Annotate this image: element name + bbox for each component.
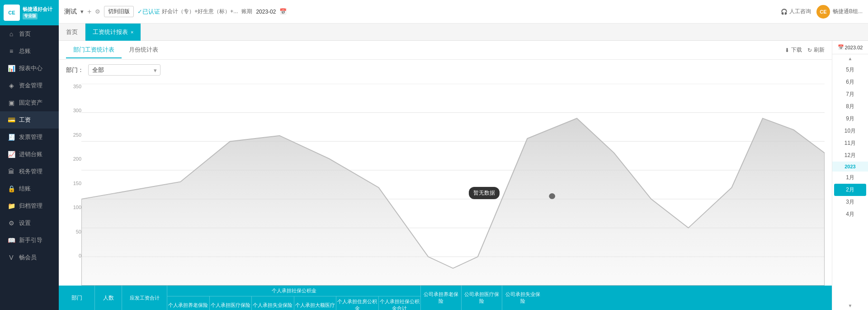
settings-icon: ⚙	[7, 219, 15, 227]
sidebar-label-reports: 报表中心	[19, 64, 42, 72]
chart-area-path	[81, 118, 825, 286]
date-nav-down-button[interactable]: ▼	[832, 301, 868, 310]
col-personal-medical: 个人承担医疗保险	[210, 296, 252, 310]
sidebar-item-vip[interactable]: V 畅会员	[0, 249, 59, 266]
date-month-1[interactable]: 1月	[832, 172, 868, 184]
col-company-medical: 公司承担医疗保险	[462, 286, 502, 310]
sidebar-item-sales[interactable]: 📈 进销台账	[0, 146, 59, 163]
add-btn[interactable]: +	[87, 8, 91, 16]
col-company-unemployment: 公司承担失业保险	[502, 286, 543, 310]
subtab-bar: 部门工资统计表 月份统计表 ⬇ 下载 ↻ 刷新	[59, 41, 832, 60]
download-button[interactable]: ⬇ 下载	[785, 46, 802, 54]
col-company-pension: 公司承担养老保险	[421, 286, 462, 310]
y-label-250: 250	[73, 132, 81, 138]
date-month-6[interactable]: 6月	[832, 76, 868, 88]
account-tags: 好会计（专）+好生意（标）+...	[162, 8, 238, 15]
sidebar-label-sales: 进销台账	[19, 150, 42, 158]
salary-icon: 💳	[7, 116, 15, 124]
topbar: 测试 ▾ + ⚙ 切到旧版 ✓已认证 好会计（专）+好生意（标）+... 账期 …	[59, 0, 868, 24]
subtab-monthly[interactable]: 月份统计表	[122, 42, 165, 58]
tabbar: 首页 工资统计报表 ×	[59, 24, 868, 41]
vip-icon: V	[7, 254, 15, 261]
date-month-10[interactable]: 10月	[832, 125, 868, 137]
date-month-3[interactable]: 3月	[832, 196, 868, 208]
subtab-monthly-label: 月份统计表	[129, 46, 158, 53]
chart-svg	[81, 84, 825, 286]
dept-select-wrapper: 全部	[88, 64, 160, 76]
date-month-11[interactable]: 11月	[832, 137, 868, 149]
refresh-icon: ↻	[807, 47, 812, 53]
table-col-total-salary: 应发工资合计	[122, 286, 167, 310]
service-button[interactable]: 🎧 人工咨询	[781, 8, 811, 15]
tab-close-icon[interactable]: ×	[131, 29, 133, 35]
sidebar-item-invoice[interactable]: 🧾 发票管理	[0, 129, 59, 146]
subtab-dept[interactable]: 部门工资统计表	[66, 42, 122, 58]
date-year-2023: 2023	[832, 162, 868, 172]
table-col-dept: 部门	[59, 286, 95, 310]
y-axis: 350 300 250 200 150 100 50 0	[66, 84, 81, 258]
calendar-icon[interactable]: 📅	[279, 8, 287, 15]
table-group-personal: 个人承担社保公积金 个人承担养老保险 个人承担医疗保险 个人承担失业保险	[167, 286, 421, 310]
date-month-2-active[interactable]: 2月	[834, 184, 866, 196]
date-panel: 📅 2023.02 ▲ 5月 6月 7月 8月 9月 10月 11月 12月 2…	[832, 41, 868, 310]
date-month-8[interactable]: 8月	[832, 100, 868, 113]
sidebar-item-tax[interactable]: 🏛 税务管理	[0, 163, 59, 180]
date-month-5[interactable]: 5月	[832, 64, 868, 76]
guide-icon: 📖	[7, 237, 15, 244]
date-nav-up-button[interactable]: ▲	[832, 54, 868, 63]
filter-label: 部门：	[66, 66, 84, 74]
headset-icon: 🎧	[781, 9, 788, 15]
sidebar-item-reports[interactable]: 📊 报表中心	[0, 60, 59, 77]
settings-btn[interactable]: ⚙	[95, 8, 100, 15]
sidebar-item-salary[interactable]: 💳 工资	[0, 111, 59, 129]
download-label: 下载	[791, 46, 802, 54]
sidebar-label-archive: 归档管理	[19, 202, 42, 210]
avatar-text: CE	[820, 9, 826, 14]
sidebar-item-funds[interactable]: ◈ 资金管理	[0, 77, 59, 94]
date-month-4[interactable]: 4月	[832, 208, 868, 220]
sidebar-label-salary: 工资	[19, 116, 31, 124]
col-personal-total: 个人承担社保公积金合计	[379, 296, 421, 310]
tab-salary-report[interactable]: 工资统计报表 ×	[85, 24, 141, 41]
refresh-button[interactable]: ↻ 刷新	[807, 46, 825, 54]
assets-icon: ▣	[7, 99, 15, 106]
sidebar-label-vip: 畅会员	[19, 253, 37, 262]
sidebar-item-home[interactable]: ⌂ 首页	[0, 25, 59, 43]
sidebar-item-guide[interactable]: 📖 新手引导	[0, 232, 59, 249]
tab-home[interactable]: 首页	[59, 24, 85, 41]
sidebar-item-assets[interactable]: ▣ 固定资产	[0, 94, 59, 111]
tab-salary-label: 工资统计报表	[93, 28, 128, 36]
invoice-icon: 🧾	[7, 134, 15, 141]
company-dropdown[interactable]: ▾	[80, 8, 84, 15]
y-label-200: 200	[73, 156, 81, 162]
period-value: 2023-02	[256, 9, 276, 15]
dept-select[interactable]: 全部	[88, 64, 160, 76]
sidebar-label-invoice: 发票管理	[19, 133, 42, 141]
date-month-12[interactable]: 12月	[832, 149, 868, 162]
sidebar-item-ledger[interactable]: ≡ 总账	[0, 43, 59, 60]
sidebar-item-settings[interactable]: ⚙ 设置	[0, 215, 59, 232]
sidebar-label-closing: 结账	[19, 185, 31, 193]
date-month-9[interactable]: 9月	[832, 113, 868, 125]
sidebar-item-closing[interactable]: 🔒 结账	[0, 180, 59, 197]
group-header-personal: 个人承担社保公积金	[167, 286, 420, 296]
tab-home-label: 首页	[66, 28, 78, 36]
home-icon: ⌂	[7, 30, 15, 38]
sales-icon: 📈	[7, 151, 15, 158]
main-content: 测试 ▾ + ⚙ 切到旧版 ✓已认证 好会计（专）+好生意（标）+... 账期 …	[59, 0, 868, 310]
y-label-350: 350	[73, 84, 81, 89]
sidebar-item-archive[interactable]: 📁 归档管理	[0, 197, 59, 215]
subtab-dept-label: 部门工资统计表	[73, 46, 114, 53]
date-month-7[interactable]: 7月	[832, 88, 868, 100]
app-logo: CE 畅捷通好会计 专业版	[0, 0, 59, 25]
funds-icon: ◈	[7, 82, 15, 89]
y-label-50: 50	[76, 229, 81, 234]
sidebar-label-settings: 设置	[19, 219, 31, 227]
calendar-small-icon: 📅	[838, 44, 844, 50]
logo-name: 畅捷通好会计	[23, 6, 52, 12]
switch-version-button[interactable]: 切到旧版	[104, 6, 134, 17]
table-col-count: 人数	[95, 286, 122, 310]
service-label: 人工咨询	[789, 8, 811, 15]
refresh-label: 刷新	[814, 46, 825, 54]
date-list: 5月 6月 7月 8月 9月 10月 11月 12月 2023 1月 2月 3月…	[832, 63, 868, 301]
